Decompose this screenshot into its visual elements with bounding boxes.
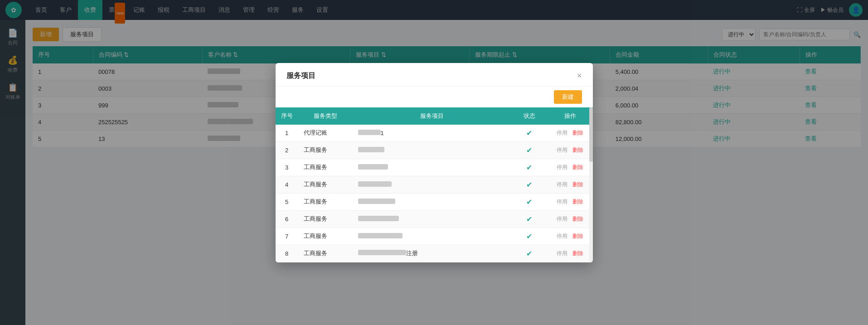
d-cell-type: 代理记账	[298, 125, 353, 142]
delete-button[interactable]: 删除	[572, 216, 583, 222]
modal-overlay[interactable]: 服务项目 × 新建 序号 服务类型 服务项目 状态 操作	[0, 0, 868, 325]
disable-button[interactable]: 停用	[557, 216, 567, 222]
d-cell-status: ✔	[511, 125, 548, 142]
d-cell-status: ✔	[511, 228, 548, 245]
d-cell-ops: 停用 删除	[548, 193, 593, 210]
d-cell-type: 工商服务	[298, 210, 353, 228]
delete-button[interactable]: 删除	[572, 199, 583, 205]
d-cell-seq: 3	[276, 159, 298, 176]
d-cell-ops: 停用 删除	[548, 141, 593, 159]
d-col-seq: 序号	[276, 107, 298, 125]
d-cell-seq: 8	[276, 245, 298, 262]
disable-button[interactable]: 停用	[557, 181, 567, 188]
d-col-type: 服务类型	[298, 107, 353, 125]
dialog-table-row: 5 工商服务 ✔ 停用 删除	[276, 193, 593, 210]
scrollbar-thumb[interactable]	[589, 107, 593, 162]
dialog-table-wrapper[interactable]: 序号 服务类型 服务项目 状态 操作 1 代理记账 1 ✔ 停用 删除	[276, 107, 593, 262]
disable-button[interactable]: 停用	[557, 164, 567, 170]
dialog-header: 服务项目 ×	[276, 63, 593, 87]
dialog-body: 序号 服务类型 服务项目 状态 操作 1 代理记账 1 ✔ 停用 删除	[276, 107, 593, 262]
d-cell-type: 工商服务	[298, 193, 353, 210]
d-cell-item: 注册	[353, 245, 511, 262]
d-cell-status: ✔	[511, 176, 548, 193]
d-cell-ops: 停用 删除	[548, 228, 593, 245]
disable-button[interactable]: 停用	[557, 250, 567, 257]
delete-button[interactable]: 删除	[572, 130, 583, 136]
d-cell-seq: 2	[276, 141, 298, 159]
d-col-item: 服务项目	[353, 107, 511, 125]
d-cell-ops: 停用 删除	[548, 125, 593, 142]
delete-button[interactable]: 删除	[572, 250, 583, 257]
d-cell-type: 工商服务	[298, 141, 353, 159]
d-cell-ops: 停用 删除	[548, 245, 593, 262]
d-cell-type: 工商服务	[298, 228, 353, 245]
d-cell-ops: 停用 删除	[548, 210, 593, 228]
dialog-table-row: 8 工商服务 注册 ✔ 停用 删除	[276, 245, 593, 262]
d-col-status: 状态	[511, 107, 548, 125]
delete-button[interactable]: 删除	[572, 181, 583, 188]
d-cell-seq: 1	[276, 125, 298, 142]
disable-button[interactable]: 停用	[557, 147, 567, 153]
disable-button[interactable]: 停用	[557, 233, 567, 239]
d-cell-type: 工商服务	[298, 245, 353, 262]
d-cell-status: ✔	[511, 141, 548, 159]
delete-button[interactable]: 删除	[572, 147, 583, 153]
dialog-table-row: 4 工商服务 ✔ 停用 删除	[276, 176, 593, 193]
d-cell-seq: 5	[276, 193, 298, 210]
dialog-toolbar: 新建	[276, 87, 593, 107]
dialog-table-row: 3 工商服务 ✔ 停用 删除	[276, 159, 593, 176]
service-table: 序号 服务类型 服务项目 状态 操作 1 代理记账 1 ✔ 停用 删除	[276, 107, 593, 262]
d-cell-type: 工商服务	[298, 159, 353, 176]
delete-button[interactable]: 删除	[572, 233, 583, 239]
dialog-table-row: 2 工商服务 ✔ 停用 删除	[276, 141, 593, 159]
d-cell-item: 1	[353, 125, 511, 142]
d-cell-item	[353, 159, 511, 176]
d-cell-item	[353, 210, 511, 228]
d-cell-status: ✔	[511, 210, 548, 228]
dialog-table-row: 1 代理记账 1 ✔ 停用 删除	[276, 125, 593, 142]
dialog-title: 服务项目	[286, 71, 315, 81]
create-service-button[interactable]: 新建	[554, 90, 582, 104]
disable-button[interactable]: 停用	[557, 130, 567, 136]
d-cell-seq: 7	[276, 228, 298, 245]
dialog-header-row: 序号 服务类型 服务项目 状态 操作	[276, 107, 593, 125]
d-cell-item	[353, 176, 511, 193]
d-cell-item	[353, 193, 511, 210]
dialog-table-row: 6 工商服务 ✔ 停用 删除	[276, 210, 593, 228]
d-cell-status: ✔	[511, 245, 548, 262]
d-cell-status: ✔	[511, 193, 548, 210]
dialog-table-row: 7 工商服务 ✔ 停用 删除	[276, 228, 593, 245]
d-cell-status: ✔	[511, 159, 548, 176]
scrollbar-track[interactable]	[589, 107, 593, 262]
d-cell-seq: 6	[276, 210, 298, 228]
d-cell-item	[353, 141, 511, 159]
d-cell-ops: 停用 删除	[548, 159, 593, 176]
d-cell-ops: 停用 删除	[548, 176, 593, 193]
d-cell-seq: 4	[276, 176, 298, 193]
d-cell-item	[353, 228, 511, 245]
delete-button[interactable]: 删除	[572, 164, 583, 170]
disable-button[interactable]: 停用	[557, 199, 567, 205]
service-dialog: 服务项目 × 新建 序号 服务类型 服务项目 状态 操作	[276, 63, 593, 262]
d-cell-type: 工商服务	[298, 176, 353, 193]
d-col-op: 操作	[548, 107, 593, 125]
close-button[interactable]: ×	[577, 72, 582, 80]
